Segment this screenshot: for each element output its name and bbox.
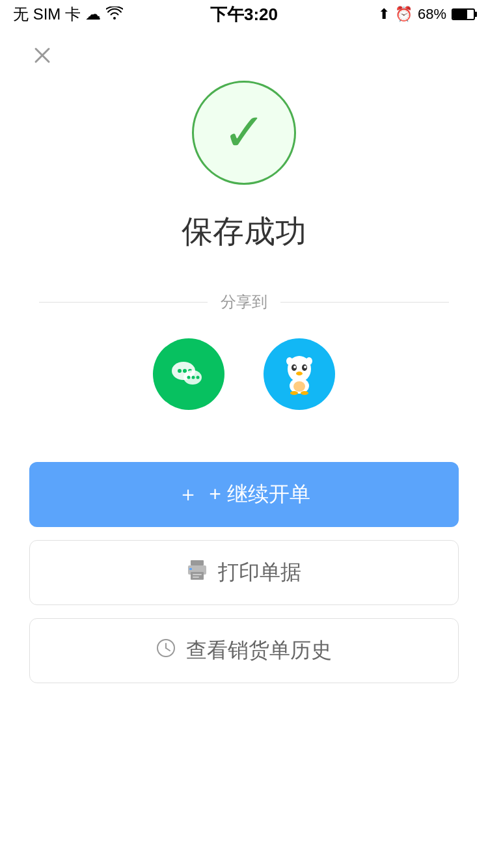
- svg-rect-26: [193, 574, 202, 575]
- print-label: 打印单据: [218, 558, 301, 587]
- sim-text: 无 SIM 卡 ☁: [13, 4, 101, 25]
- status-time: 下午3:20: [210, 3, 278, 26]
- svg-point-8: [187, 375, 191, 379]
- wifi-icon: [106, 5, 123, 23]
- battery-percent: 68%: [418, 6, 446, 23]
- continue-button[interactable]: ＋ + 继续开单: [29, 462, 459, 527]
- checkmark-icon: ✓: [223, 107, 266, 159]
- svg-rect-23: [191, 560, 204, 565]
- svg-point-5: [183, 369, 187, 373]
- divider-left: [39, 302, 208, 303]
- print-button[interactable]: 打印单据: [29, 540, 459, 605]
- svg-rect-27: [193, 576, 199, 578]
- svg-point-10: [197, 375, 200, 379]
- svg-point-4: [178, 369, 182, 373]
- status-left: 无 SIM 卡 ☁: [13, 4, 123, 25]
- svg-point-18: [293, 381, 305, 392]
- divider-right: [280, 302, 449, 303]
- continue-label: + 继续开单: [209, 480, 310, 509]
- share-label: 分享到: [208, 292, 280, 312]
- alarm-icon: ⏰: [395, 6, 413, 23]
- svg-line-31: [166, 648, 170, 651]
- clock-icon: [156, 638, 176, 663]
- svg-point-14: [293, 366, 296, 368]
- history-button[interactable]: 查看销货单历史: [29, 618, 459, 683]
- success-title: 保存成功: [182, 211, 306, 252]
- printer-icon: [187, 560, 208, 585]
- svg-point-19: [290, 391, 298, 395]
- wechat-share-button[interactable]: [153, 338, 224, 410]
- qq-share-button[interactable]: [264, 338, 335, 410]
- share-icons: [153, 338, 335, 410]
- svg-point-21: [286, 357, 293, 365]
- location-icon: ⬆: [378, 6, 390, 23]
- svg-rect-28: [189, 568, 192, 570]
- battery-icon: [452, 8, 475, 20]
- svg-point-15: [304, 366, 306, 368]
- status-right: ⬆ ⏰ 68%: [378, 6, 475, 23]
- svg-rect-25: [191, 572, 204, 580]
- svg-point-9: [192, 375, 195, 379]
- share-section: 分享到: [0, 292, 488, 312]
- plus-icon: ＋: [178, 480, 198, 509]
- svg-point-22: [306, 357, 312, 365]
- history-label: 查看销货单历史: [186, 636, 332, 665]
- action-buttons: ＋ + 继续开单 打印单据: [29, 462, 459, 683]
- status-bar: 无 SIM 卡 ☁ 下午3:20 ⬆ ⏰ 68%: [0, 0, 488, 29]
- success-circle: ✓: [192, 81, 296, 185]
- svg-point-20: [301, 391, 308, 395]
- main-content: ✓ 保存成功 分享到: [0, 29, 488, 683]
- svg-point-16: [296, 372, 303, 375]
- close-button[interactable]: [26, 39, 59, 72]
